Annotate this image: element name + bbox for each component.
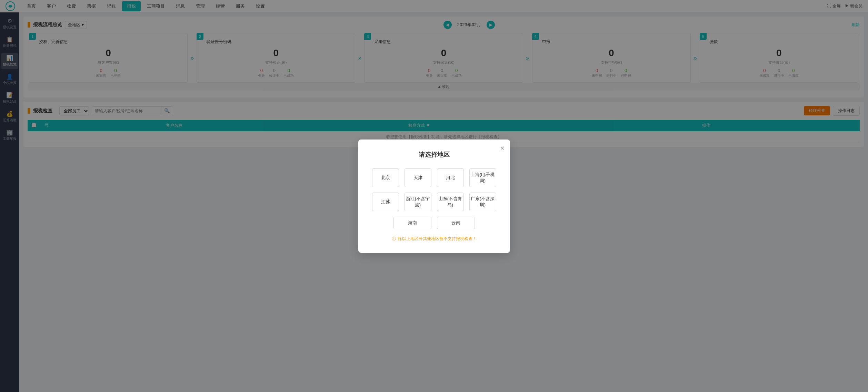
region-btn-shanghai[interactable]: 上海(电子税局) bbox=[469, 168, 496, 187]
region-btn-yunnan[interactable]: 云南 bbox=[437, 217, 475, 229]
region-row-3: 海南 云南 bbox=[372, 217, 496, 229]
warning-icon: ⓘ bbox=[392, 236, 396, 242]
region-btn-guangdong[interactable]: 广东(不含深圳) bbox=[469, 193, 496, 211]
region-row-2: 江苏 浙江(不含宁波) 山东(不含青岛) 广东(不含深圳) bbox=[372, 193, 496, 211]
region-btn-tianjin[interactable]: 天津 bbox=[405, 168, 431, 187]
region-grid: 北京 天津 河北 上海(电子税局) 江苏 浙江(不含宁波) 山东(不含青岛) 广… bbox=[372, 168, 496, 229]
region-btn-zhejiang[interactable]: 浙江(不含宁波) bbox=[405, 193, 431, 211]
modal-overlay: ✕ 请选择地区 北京 天津 河北 上海(电子税局) 江苏 浙江(不含宁波) 山东… bbox=[0, 0, 868, 392]
region-btn-beijing[interactable]: 北京 bbox=[372, 168, 399, 187]
region-row-1: 北京 天津 河北 上海(电子税局) bbox=[372, 168, 496, 187]
region-btn-hebei[interactable]: 河北 bbox=[437, 168, 464, 187]
modal-close-button[interactable]: ✕ bbox=[500, 145, 505, 152]
region-btn-hainan[interactable]: 海南 bbox=[393, 217, 431, 229]
region-btn-shandong[interactable]: 山东(不含青岛) bbox=[437, 193, 464, 211]
modal-title: 请选择地区 bbox=[372, 151, 496, 159]
modal-warning: ⓘ 除以上地区外其他地区暂不支持报税检查！ bbox=[372, 236, 496, 242]
region-select-modal: ✕ 请选择地区 北京 天津 河北 上海(电子税局) 江苏 浙江(不含宁波) 山东… bbox=[358, 140, 510, 253]
warning-text: 除以上地区外其他地区暂不支持报税检查！ bbox=[398, 236, 477, 242]
region-btn-jiangsu[interactable]: 江苏 bbox=[372, 193, 399, 211]
